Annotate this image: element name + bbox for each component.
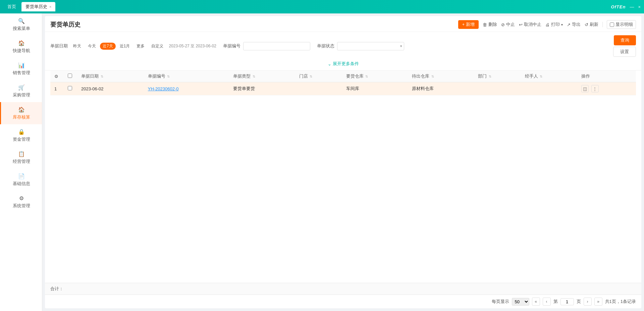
stop-label: 中止	[506, 21, 515, 28]
table-container: ⚙ 单据日期 ⇅ 单据编号 ⇅ 单据类型	[45, 71, 641, 283]
stop-button[interactable]: ⊘ 中止	[501, 21, 515, 28]
filter-settings-button[interactable]: 设置	[613, 47, 636, 57]
table-body: 1 2023-06-02 YH-20230602-0 要货单要货 车间库 原材料…	[50, 82, 636, 95]
expand-filter-btn[interactable]: ⌄ 展开更多条件	[328, 61, 359, 67]
date-btn-1month[interactable]: 近1月	[117, 43, 133, 50]
filter-status-group: 单据状态 ▾	[317, 42, 404, 50]
select-all-checkbox[interactable]	[68, 74, 72, 78]
refresh-button[interactable]: ↺ 刷新	[585, 21, 598, 28]
show-detail-checkbox[interactable]	[610, 23, 614, 27]
new-button[interactable]: + 新增	[458, 20, 479, 29]
sidebar-item-finance-mgmt[interactable]: 🔒 资金管理	[0, 124, 42, 146]
th-checkbox	[64, 71, 77, 82]
row-index: 1	[50, 82, 64, 95]
expand-label: 展开更多条件	[333, 61, 359, 67]
system-mgmt-icon: ⚙	[18, 195, 25, 202]
cancel-stop-icon: ↩	[519, 22, 523, 27]
first-page-btn[interactable]: «	[532, 298, 540, 306]
close-tab-icon[interactable]: ×	[49, 5, 51, 9]
th-doc-date[interactable]: 单据日期 ⇅	[77, 71, 144, 82]
sidebar-item-purchase-mgmt[interactable]: 🛒 采购管理	[0, 80, 42, 102]
sidebar-item-search-menu[interactable]: 🔍 搜索菜单	[0, 13, 42, 36]
sidebar-item-sales-mgmt[interactable]: 📊 销售管理	[0, 58, 42, 80]
page-title: 要货单历史	[50, 20, 80, 29]
th-doc-type-label: 单据类型	[233, 74, 251, 79]
sales-mgmt-icon: 📊	[18, 62, 25, 69]
sort-doc-date-icon: ⇅	[101, 75, 103, 78]
delete-icon: 🗑	[483, 22, 487, 27]
date-btn-more[interactable]: 更多	[134, 43, 147, 50]
th-req-warehouse-label: 要货仓库	[346, 74, 364, 79]
sidebar-item-quick-nav[interactable]: 🏠 快捷导航	[0, 36, 42, 58]
status-select[interactable]	[337, 42, 404, 50]
top-bar: 首页 要货单历史 × OfTEn — ×	[0, 0, 644, 13]
row-doc-no[interactable]: YH-20230602-0	[144, 82, 229, 95]
sidebar-item-finance-label: 资金管理	[13, 136, 30, 142]
summary-label: 合计：	[50, 286, 63, 291]
toolbar: + 新增 🗑 删除 ⊘ 中止 ↩ 取消中止 🖨 打印 ▾	[458, 20, 636, 29]
operations-mgmt-icon: 📋	[18, 150, 25, 157]
th-settings[interactable]: ⚙	[50, 71, 64, 82]
show-detail-label: 显示明细	[615, 21, 633, 28]
th-req-warehouse[interactable]: 要货仓库 ⇅	[342, 71, 408, 82]
th-doc-no-label: 单据编号	[148, 74, 165, 79]
filter-action-btns: 查询 设置	[613, 35, 636, 57]
query-button[interactable]: 查询	[614, 35, 636, 45]
tab-home[interactable]: 首页	[3, 2, 20, 11]
delete-button[interactable]: 🗑 删除	[483, 21, 497, 28]
brand-label: OfTEn	[611, 4, 626, 9]
th-store[interactable]: 门店 ⇅	[295, 71, 342, 82]
date-label: 单据日期	[50, 43, 68, 49]
data-table: ⚙ 单据日期 ⇅ 单据编号 ⇅ 单据类型	[50, 71, 636, 95]
export-button[interactable]: ↗ 导出	[567, 21, 581, 28]
sidebar-item-operations-mgmt[interactable]: 📋 经营管理	[0, 146, 42, 169]
page-header: 要货单历史 + 新增 🗑 删除 ⊘ 中止 ↩ 取消中止 🖨 打印	[45, 16, 641, 32]
row-view-btn[interactable]: ◫	[581, 85, 589, 92]
sidebar-item-system-label: 系统管理	[13, 203, 30, 209]
date-btn-yesterday[interactable]: 昨天	[70, 43, 84, 50]
sidebar-item-basic-info[interactable]: 📄 基础信息	[0, 169, 42, 191]
sidebar-item-inventory-label: 库存核算	[13, 114, 30, 120]
sidebar-item-operations-label: 经营管理	[13, 159, 30, 165]
prev-page-btn[interactable]: ‹	[543, 298, 551, 306]
row-handler	[521, 82, 577, 95]
th-store-label: 门店	[299, 74, 308, 79]
docno-input[interactable]	[243, 42, 310, 50]
delete-label: 删除	[488, 21, 497, 28]
basic-info-icon: 📄	[18, 173, 25, 179]
per-page-select[interactable]: 20 50 100	[512, 298, 529, 306]
tab-requisition-history[interactable]: 要货单历史 ×	[21, 2, 55, 11]
sidebar-item-quick-label: 快捷导航	[13, 48, 30, 54]
summary-row: 合计：	[45, 283, 641, 295]
next-page-btn[interactable]: ›	[584, 298, 592, 306]
show-detail-btn[interactable]: 显示明细	[607, 20, 636, 29]
date-btn-custom[interactable]: 自定义	[149, 43, 166, 50]
th-doc-no[interactable]: 单据编号 ⇅	[144, 71, 229, 82]
sort-doc-type-icon: ⇅	[253, 75, 255, 78]
date-btn-today[interactable]: 今天	[85, 43, 99, 50]
minimize-btn[interactable]: —	[630, 4, 634, 9]
last-page-btn[interactable]: »	[594, 298, 602, 306]
filter-docno-group: 单据编号	[223, 42, 310, 50]
sidebar-item-system-mgmt[interactable]: ⚙ 系统管理	[0, 191, 42, 213]
th-pending-warehouse[interactable]: 待出仓库 ⇅	[408, 71, 474, 82]
row-department	[474, 82, 521, 95]
filter-date-group: 单据日期 昨天 今天 近7天 近1月 更多 自定义 2023-05-27 至 2…	[50, 43, 216, 50]
th-handler[interactable]: 经手人 ⇅	[521, 71, 577, 82]
th-operation-label: 操作	[581, 74, 590, 79]
date-btn-7days[interactable]: 近7天	[100, 43, 116, 50]
print-button[interactable]: 🖨 打印 ▾	[545, 21, 563, 28]
close-btn[interactable]: ×	[638, 4, 641, 9]
th-department[interactable]: 部门 ⇅	[474, 71, 521, 82]
page-input[interactable]	[560, 298, 574, 305]
cancel-stop-button[interactable]: ↩ 取消中止	[519, 21, 541, 28]
row-checkbox[interactable]	[68, 86, 72, 90]
sidebar-item-basic-label: 基础信息	[13, 181, 30, 187]
inventory-calc-icon: 🏠	[18, 106, 25, 113]
sidebar-item-inventory-calc[interactable]: 🏠 库存核算	[0, 102, 42, 124]
th-doc-type[interactable]: 单据类型 ⇅	[229, 71, 295, 82]
row-more-btn[interactable]: ⋮	[591, 85, 599, 92]
top-bar-right: OfTEn — ×	[611, 4, 641, 9]
row-checkbox-cell	[64, 82, 77, 95]
filter-area: 单据日期 昨天 今天 近7天 近1月 更多 自定义 2023-05-27 至 2…	[45, 32, 641, 71]
